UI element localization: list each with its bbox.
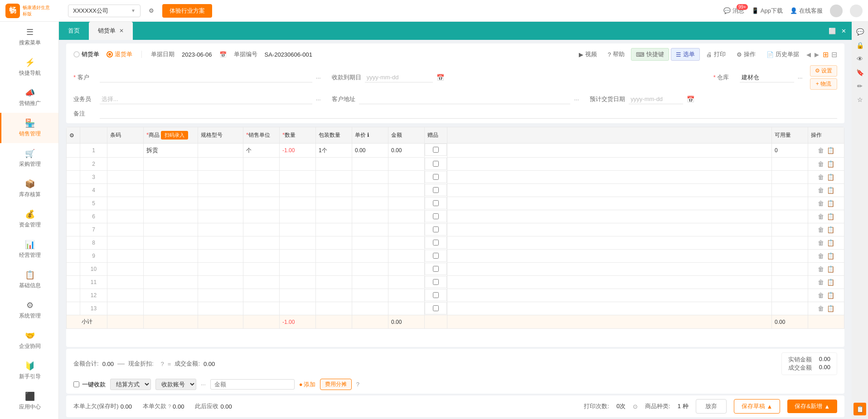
spec-input[interactable] — [201, 240, 240, 246]
row-unit-price-cell[interactable] — [352, 158, 388, 171]
customer-dots[interactable]: ··· — [316, 74, 321, 81]
delivery-calendar-icon[interactable]: 📅 — [687, 96, 694, 103]
sidebar-item-search[interactable]: ☰ 搜索菜单 — [0, 22, 58, 52]
barcode-input[interactable] — [110, 174, 141, 180]
settings-panel-btn[interactable]: ⚙ 设置 — [810, 65, 837, 77]
gift-checkbox[interactable] — [433, 174, 439, 180]
user-avatar[interactable] — [830, 5, 843, 17]
warehouse-input[interactable] — [740, 72, 794, 82]
salesperson-dots[interactable]: ··· — [316, 96, 321, 103]
barcode-input[interactable] — [110, 213, 141, 220]
row-qty-cell[interactable] — [280, 250, 316, 263]
copy-icon[interactable]: 📋 — [827, 305, 834, 312]
online-service-btn[interactable]: 👤 在线客服 — [790, 7, 823, 15]
row-qty-cell[interactable] — [280, 263, 316, 276]
row-product-cell[interactable] — [144, 236, 198, 250]
row-product-cell[interactable] — [144, 263, 198, 276]
gift-checkbox[interactable] — [433, 161, 439, 167]
payment-calendar-icon[interactable]: 📅 — [436, 74, 444, 81]
delete-icon[interactable]: 🗑 — [818, 200, 824, 207]
delete-icon[interactable]: 🗑 — [818, 265, 824, 273]
row-spec-cell[interactable] — [198, 302, 243, 315]
tab-close-window-icon[interactable]: ✕ — [841, 28, 846, 34]
copy-icon[interactable]: 📋 — [827, 226, 834, 233]
copy-icon[interactable]: 📋 — [827, 265, 834, 273]
barcode-input[interactable] — [110, 187, 141, 193]
sidebar-item-marketing[interactable]: 📣 营销推广 — [0, 82, 58, 113]
nav-next-icon[interactable]: ▶ — [815, 51, 819, 58]
gift-checkbox[interactable] — [433, 292, 439, 298]
row-spec-cell[interactable] — [198, 276, 243, 289]
row-qty-cell[interactable] — [280, 210, 316, 223]
expense-split-btn[interactable]: 费用分摊 — [320, 379, 352, 390]
warehouse-dots[interactable]: ··· — [798, 74, 803, 81]
select-btn[interactable]: ☰ 选单 — [671, 48, 700, 61]
help-btn[interactable]: ? 帮助 — [603, 48, 629, 60]
gift-checkbox[interactable] — [433, 240, 439, 246]
row-spec-cell[interactable] — [198, 236, 243, 250]
sidebar-item-collab[interactable]: 🤝 企业协同 — [0, 325, 58, 356]
gift-checkbox[interactable] — [433, 266, 439, 272]
spec-input[interactable] — [201, 266, 240, 272]
copy-icon[interactable]: 📋 — [827, 200, 834, 207]
gift-checkbox[interactable] — [433, 279, 439, 285]
grid-view-icon[interactable]: ⊞ — [823, 50, 829, 59]
row-gift-cell[interactable] — [425, 289, 447, 301]
row-unit-price-cell[interactable] — [352, 171, 388, 184]
nav-prev-icon[interactable]: ◀ — [806, 51, 811, 58]
delete-icon[interactable]: 🗑 — [818, 279, 824, 286]
rp-star-btn[interactable]: ☆ — [853, 93, 866, 106]
spec-input[interactable] — [201, 292, 240, 299]
save-draft-button[interactable]: 保存草稿 ▲ — [734, 399, 781, 414]
delete-icon[interactable]: 🗑 — [818, 305, 824, 312]
row-qty-cell[interactable] — [280, 171, 316, 184]
row-product-cell[interactable] — [144, 223, 198, 236]
barcode-input[interactable] — [110, 200, 141, 207]
row-gift-cell[interactable] — [425, 171, 447, 183]
row-spec-cell[interactable] — [198, 197, 243, 210]
gift-checkbox[interactable] — [433, 226, 439, 232]
row-unit-price-cell[interactable] — [352, 223, 388, 236]
row-gift-cell[interactable] — [425, 276, 447, 288]
row-product-cell[interactable]: 拆贡 — [144, 144, 198, 158]
row-unit-price-cell[interactable] — [352, 302, 388, 315]
row-gift-cell[interactable] — [425, 197, 447, 209]
row-spec-cell[interactable] — [198, 171, 243, 184]
row-qty-cell[interactable] — [280, 197, 316, 210]
row-unit-price-cell[interactable]: 0.00 — [352, 144, 388, 158]
gift-checkbox[interactable] — [433, 213, 439, 219]
spec-input[interactable] — [201, 200, 240, 207]
row-spec-cell[interactable] — [198, 210, 243, 223]
discard-button[interactable]: 放弃 — [696, 399, 727, 414]
row-spec-cell[interactable] — [198, 263, 243, 276]
gift-checkbox[interactable] — [433, 305, 439, 311]
scan-btn[interactable]: 扫码录入 — [161, 131, 188, 140]
company-selector[interactable]: XXXXXX公司 ▼ — [68, 5, 141, 17]
account-dots[interactable]: ··· — [201, 381, 206, 388]
row-barcode-cell[interactable] — [107, 223, 144, 236]
sidebar-item-wechat[interactable]: 💬 企业微信 — [0, 416, 58, 419]
notes-input[interactable] — [100, 109, 837, 119]
barcode-input[interactable] — [110, 147, 141, 154]
sidebar-item-purchase[interactable]: 🛒 采购管理 — [0, 143, 58, 173]
barcode-input[interactable] — [110, 279, 141, 285]
spec-input[interactable] — [201, 305, 240, 312]
rp-bookmark-btn[interactable]: 🔖 — [853, 66, 866, 79]
question-2-icon[interactable]: ? — [168, 404, 171, 409]
delete-icon[interactable]: 🗑 — [818, 239, 824, 246]
row-barcode-cell[interactable] — [107, 210, 144, 223]
copy-icon[interactable]: 📋 — [827, 213, 834, 220]
settings-icon[interactable]: ⚙ — [144, 4, 159, 18]
row-spec-cell[interactable] — [198, 289, 243, 302]
spec-input[interactable] — [201, 226, 240, 233]
row-gift-cell[interactable] — [425, 144, 447, 156]
barcode-input[interactable] — [110, 253, 141, 259]
copy-icon[interactable]: 📋 — [827, 252, 834, 260]
row-product-cell[interactable] — [144, 276, 198, 289]
row-barcode-cell[interactable] — [107, 236, 144, 250]
account-select[interactable]: 收款账号 — [155, 379, 196, 390]
rp-eye-btn[interactable]: 👁 — [853, 53, 866, 65]
row-unit-price-cell[interactable] — [352, 276, 388, 289]
address-dots[interactable]: ··· — [574, 96, 579, 103]
row-qty-cell[interactable] — [280, 276, 316, 289]
